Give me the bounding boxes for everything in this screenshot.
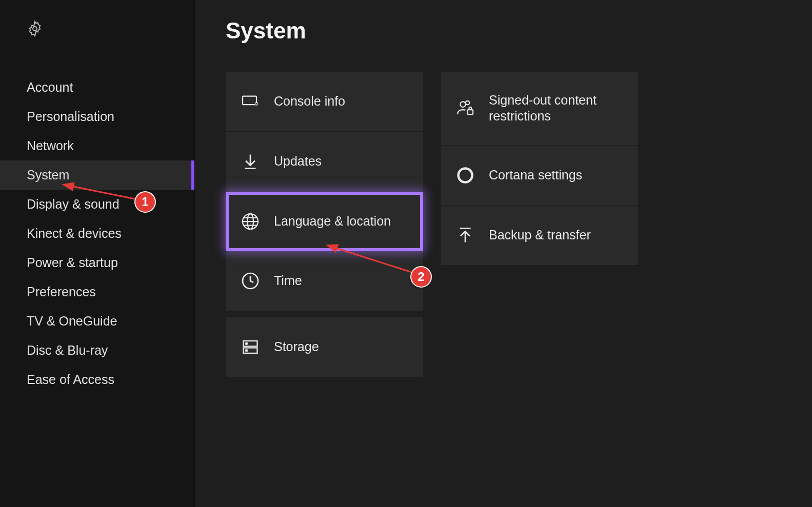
people-lock-icon bbox=[456, 99, 474, 117]
tile-column-1: Console info Updates L bbox=[226, 72, 423, 377]
sidebar-item-label: Disc & Blu-ray bbox=[27, 343, 108, 357]
tile-label: Language & location bbox=[274, 213, 391, 229]
svg-point-8 bbox=[246, 343, 247, 344]
main-content: System Console info U bbox=[195, 0, 812, 507]
sidebar-items: Account Personalisation Network System D… bbox=[0, 73, 194, 394]
tile-label: Updates bbox=[274, 153, 322, 169]
sidebar-item-display-sound[interactable]: Display & sound bbox=[0, 190, 194, 219]
tile-signed-out-restrictions[interactable]: Signed-out content restrictions bbox=[441, 72, 638, 146]
settings-sidebar: Account Personalisation Network System D… bbox=[0, 0, 195, 507]
svg-point-13 bbox=[459, 168, 472, 182]
sidebar-item-kinect-devices[interactable]: Kinect & devices bbox=[0, 219, 194, 248]
svg-rect-12 bbox=[468, 110, 473, 114]
download-icon bbox=[241, 152, 260, 171]
gear-icon bbox=[27, 21, 43, 37]
svg-point-9 bbox=[246, 350, 247, 351]
sidebar-item-preferences[interactable]: Preferences bbox=[0, 277, 194, 307]
svg-point-11 bbox=[466, 101, 470, 105]
globe-icon bbox=[241, 212, 260, 231]
sidebar-item-tv-oneguide[interactable]: TV & OneGuide bbox=[0, 307, 194, 336]
page-title: System bbox=[226, 18, 781, 44]
sidebar-item-label: Personalisation bbox=[27, 109, 114, 124]
sidebar-item-ease-of-access[interactable]: Ease of Access bbox=[0, 365, 194, 394]
sidebar-item-network[interactable]: Network bbox=[0, 131, 194, 160]
cortana-icon bbox=[456, 166, 474, 185]
tile-storage[interactable]: Storage bbox=[226, 317, 423, 377]
sidebar-item-label: Account bbox=[27, 80, 73, 94]
tiles-grid: Console info Updates L bbox=[226, 72, 781, 377]
tile-cortana-settings[interactable]: Cortana settings bbox=[441, 146, 638, 206]
sidebar-item-label: Kinect & devices bbox=[27, 226, 122, 240]
sidebar-item-personalisation[interactable]: Personalisation bbox=[0, 102, 194, 131]
sidebar-item-system[interactable]: System bbox=[0, 160, 194, 190]
sidebar-item-label: Network bbox=[27, 138, 74, 153]
tile-updates[interactable]: Updates bbox=[226, 132, 423, 192]
tile-time[interactable]: Time bbox=[226, 251, 423, 311]
tile-console-info[interactable]: Console info bbox=[226, 72, 423, 132]
tile-label: Backup & transfer bbox=[489, 227, 591, 243]
storage-icon bbox=[241, 338, 260, 356]
sidebar-item-label: Ease of Access bbox=[27, 372, 114, 387]
sidebar-item-label: System bbox=[27, 168, 69, 182]
svg-point-0 bbox=[33, 27, 37, 31]
sidebar-item-label: Power & startup bbox=[27, 255, 118, 270]
tile-label: Console info bbox=[274, 93, 345, 109]
svg-rect-1 bbox=[243, 96, 256, 105]
tile-label: Signed-out content restrictions bbox=[489, 92, 623, 125]
tile-column-2: Signed-out content restrictions Cortana … bbox=[441, 72, 638, 377]
tile-language-location[interactable]: Language & location bbox=[226, 192, 423, 251]
upload-icon bbox=[456, 226, 474, 245]
console-icon bbox=[241, 92, 260, 111]
sidebar-item-label: Display & sound bbox=[27, 197, 120, 211]
tile-backup-transfer[interactable]: Backup & transfer bbox=[441, 206, 638, 265]
tile-label: Time bbox=[274, 273, 302, 289]
tile-label: Storage bbox=[274, 339, 319, 355]
clock-icon bbox=[241, 272, 260, 290]
svg-point-10 bbox=[460, 102, 466, 108]
sidebar-item-label: TV & OneGuide bbox=[27, 314, 117, 328]
sidebar-item-label: Preferences bbox=[27, 285, 96, 299]
sidebar-item-disc-bluray[interactable]: Disc & Blu-ray bbox=[0, 336, 194, 365]
sidebar-item-power-startup[interactable]: Power & startup bbox=[0, 248, 194, 277]
tile-label: Cortana settings bbox=[489, 167, 582, 183]
sidebar-item-account[interactable]: Account bbox=[0, 73, 194, 102]
